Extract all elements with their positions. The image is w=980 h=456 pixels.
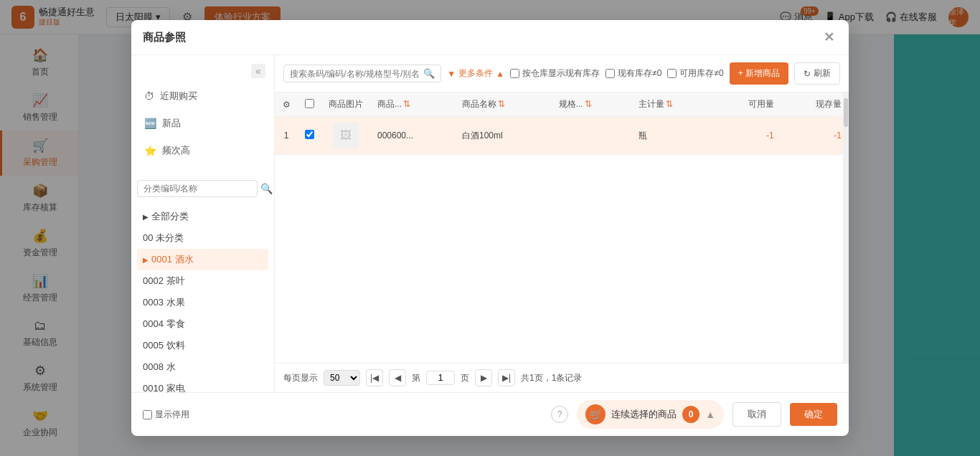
th-available[interactable]: 可用量 [713, 92, 781, 117]
td-checkbox [298, 117, 321, 155]
cart-count: 0 [682, 406, 699, 423]
category-item-0003[interactable]: 0003 水果 [137, 292, 268, 313]
sort-name-icon: ⇅ [498, 99, 505, 109]
checkbox-warehouse-stock[interactable]: 按仓库显示现有库存 [510, 67, 600, 80]
category-search-area: 🔍 [131, 174, 274, 203]
first-page-button[interactable]: |◀ [366, 369, 383, 386]
modal-toolbar: 🔍 ▼ 更多条件 ▲ 按仓库显示现有库存 现有库存≠0 [275, 55, 849, 92]
collapse-button[interactable]: « [251, 64, 265, 78]
recent-icon: ⏱ [144, 90, 154, 102]
category-list: ▶ 全部分类 00 未分类 ▶ 0001 酒水 0002 茶叶 0003 水果 [131, 203, 274, 392]
row-checkbox[interactable] [305, 130, 314, 139]
th-stock[interactable]: 现存量 [781, 92, 849, 117]
th-checkbox [298, 92, 321, 117]
tab-high-frequency[interactable]: ⭐ 频次高 [137, 138, 268, 163]
modal-right-panel: 🔍 ▼ 更多条件 ▲ 按仓库显示现有库存 现有库存≠0 [275, 55, 849, 392]
refresh-icon: ↻ [804, 69, 811, 79]
sort-spec-icon: ⇅ [585, 99, 592, 109]
page-size-select[interactable]: 50 10 20 100 [324, 370, 360, 386]
product-table: ⚙ 商品图片 商品...⇅ 商品名称⇅ 规格...⇅ 主计量⇅ 可用量 现存量 [275, 92, 849, 155]
td-stock: -1 [781, 117, 849, 155]
next-page-button[interactable]: ▶ [475, 369, 492, 386]
product-table-container: ⚙ 商品图片 商品...⇅ 商品名称⇅ 规格...⇅ 主计量⇅ 可用量 现存量 [275, 92, 849, 363]
product-reference-modal: 商品参照 ✕ « ⏱ 近期购买 🆕 新品 [131, 20, 849, 436]
sort-code-icon: ⇅ [403, 99, 410, 109]
add-product-button[interactable]: + 新增商品 [730, 62, 788, 85]
checkbox-available-stock[interactable]: 现有库存≠0 [606, 67, 661, 80]
prev-page-button[interactable]: ◀ [389, 369, 406, 386]
cart-label: 连续选择的商品 [611, 408, 677, 421]
modal-left-panel: « ⏱ 近期购买 🆕 新品 ⭐ 频次高 [131, 55, 275, 392]
expand-icon-0001: ▶ [143, 256, 149, 264]
modal-body: « ⏱ 近期购买 🆕 新品 ⭐ 频次高 [131, 55, 849, 392]
category-item-0001[interactable]: ▶ 0001 酒水 [137, 249, 268, 270]
total-info: 共1页，1条记录 [521, 372, 582, 384]
td-code: 000600... [370, 117, 455, 155]
category-item-0004[interactable]: 0004 零食 [137, 313, 268, 335]
td-available: -1 [713, 117, 781, 155]
star-icon: ⭐ [144, 145, 156, 156]
category-item-0002[interactable]: 0002 茶叶 [137, 270, 268, 292]
pagination-bar: 每页显示 50 10 20 100 |◀ ◀ 第 页 ▶ ▶| 共1页，1条记录 [275, 363, 849, 392]
toolbar-right: + 新增商品 ↻ 刷新 [730, 62, 840, 85]
th-code[interactable]: 商品...⇅ [370, 92, 455, 117]
td-unit: 瓶 [631, 117, 714, 155]
refresh-button[interactable]: ↻ 刷新 [794, 62, 840, 85]
scrollbar[interactable] [843, 92, 849, 363]
sort-unit-icon: ⇅ [666, 99, 673, 109]
product-search-input[interactable] [290, 69, 420, 79]
new-icon: 🆕 [144, 118, 156, 129]
modal-overlay: 商品参照 ✕ « ⏱ 近期购买 🆕 新品 [0, 0, 980, 456]
td-settings: 1 [275, 117, 298, 155]
search-icon: 🔍 [423, 68, 435, 79]
cancel-button[interactable]: 取消 [732, 402, 781, 427]
td-name: 白酒100ml [455, 117, 552, 155]
th-settings: ⚙ [275, 92, 298, 117]
category-item-00[interactable]: 00 未分类 [137, 227, 268, 249]
category-item-0005[interactable]: 0005 饮料 [137, 335, 268, 356]
page-label: 第 [412, 372, 420, 384]
category-item-0010[interactable]: 0010 家电 [137, 378, 268, 392]
product-search-box: 🔍 [283, 65, 441, 82]
scrollbar-thumb [844, 98, 848, 127]
category-search-icon[interactable]: 🔍 [260, 183, 273, 194]
td-spec [552, 117, 631, 155]
th-image: 商品图片 [321, 92, 370, 117]
category-item-all[interactable]: ▶ 全部分类 [137, 206, 268, 227]
page-size-label: 每页显示 [283, 372, 318, 384]
footer-right: ? 🛒 连续选择的商品 0 ▲ 取消 确定 [551, 400, 837, 429]
last-page-button[interactable]: ▶| [498, 369, 515, 386]
th-unit[interactable]: 主计量⇅ [631, 92, 714, 117]
confirm-button[interactable]: 确定 [790, 403, 837, 426]
page-number-input[interactable] [426, 371, 455, 385]
chevron-up-icon: ▲ [496, 69, 504, 79]
modal-footer: 显示停用 ? 🛒 连续选择的商品 0 ▲ 取消 确定 [131, 392, 849, 436]
th-spec[interactable]: 规格...⇅ [552, 92, 631, 117]
show-disabled-checkbox[interactable]: 显示停用 [143, 409, 189, 421]
td-image: 🖼 [321, 117, 370, 155]
category-item-0008[interactable]: 0008 水 [137, 356, 268, 378]
cart-icon: 🛒 [585, 404, 606, 424]
cart-area: 🛒 连续选择的商品 0 ▲ [577, 400, 724, 429]
help-icon[interactable]: ? [551, 406, 568, 423]
th-name[interactable]: 商品名称⇅ [455, 92, 552, 117]
tab-new-product[interactable]: 🆕 新品 [137, 111, 268, 136]
select-all-checkbox[interactable] [305, 99, 314, 108]
modal-close-button[interactable]: ✕ [820, 29, 837, 46]
checkbox-usable-stock[interactable]: 可用库存≠0 [667, 67, 723, 80]
table-row[interactable]: 1 🖼 000600... 白酒100ml 瓶 -1 -1 [275, 117, 849, 155]
expand-icon: ▶ [143, 213, 149, 221]
product-thumbnail: 🖼 [333, 123, 359, 148]
chevron-up-icon[interactable]: ▲ [705, 409, 715, 420]
modal-title: 商品参照 [143, 31, 186, 44]
filter-button[interactable]: ▼ 更多条件 ▲ [447, 67, 504, 80]
filter-icon: ▼ [447, 69, 456, 79]
modal-header: 商品参照 ✕ [131, 20, 849, 55]
modal-left-tabs: « ⏱ 近期购买 🆕 新品 ⭐ 频次高 [131, 55, 274, 168]
page-unit: 页 [461, 372, 469, 384]
tab-recent-purchase[interactable]: ⏱ 近期购买 [137, 84, 268, 108]
category-search-input[interactable] [137, 180, 258, 197]
